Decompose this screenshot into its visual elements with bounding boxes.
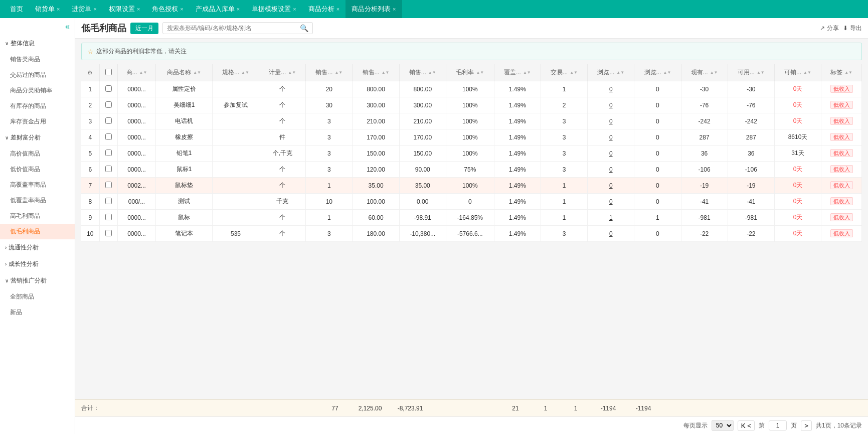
date-filter-button[interactable]: 近一月 <box>130 23 158 34</box>
sort-icon-sale_profit[interactable]: ▲▼ <box>428 70 436 75</box>
view-link-3[interactable]: 0 <box>609 118 613 125</box>
sort-icon-sale_qty[interactable]: ▲▼ <box>334 70 342 75</box>
page-input[interactable] <box>769 420 787 430</box>
nav-item-产成品入库单[interactable]: 产成品入库单 × <box>190 0 246 18</box>
per-page-select[interactable]: 50 <box>712 420 734 431</box>
sidebar-item-0-4[interactable]: 库存资金占用 <box>0 114 75 129</box>
col-header-sale_amount[interactable]: 销售...▲▼ <box>353 64 399 81</box>
next-page-button[interactable]: > <box>801 420 812 431</box>
sort-icon-view2[interactable]: ▲▼ <box>663 70 671 75</box>
sidebar-item-0-1[interactable]: 交易过的商品 <box>0 67 75 83</box>
sort-icon-tag[interactable]: ▲▼ <box>844 70 852 75</box>
cell-view1-row4[interactable]: 0 <box>588 129 634 146</box>
col-header-stock_saleable[interactable]: 可销...▲▼ <box>774 64 821 81</box>
cell-checkbox-row3[interactable] <box>99 113 117 129</box>
cell-view1-row9[interactable]: 1 <box>588 210 634 226</box>
sidebar-item-4-1[interactable]: 新品 <box>0 305 75 320</box>
col-header-tag[interactable]: 标签▲▼ <box>821 64 862 81</box>
cell-view1-row5[interactable]: 0 <box>588 146 634 162</box>
view-link-2[interactable]: 0 <box>609 102 613 109</box>
cell-view1-row1[interactable]: 0 <box>588 81 634 97</box>
cell-view1-row8[interactable]: 0 <box>588 194 634 210</box>
nav-close-icon[interactable]: × <box>93 6 96 12</box>
sidebar-item-1-1[interactable]: 低价值商品 <box>0 162 75 177</box>
col-header-settings[interactable]: ⚙ <box>81 64 99 81</box>
col-header-gross_margin[interactable]: 毛利率▲▼ <box>446 64 494 81</box>
cell-view1-row10[interactable]: 0 <box>588 226 634 242</box>
sidebar-collapse-button[interactable]: « <box>0 18 75 35</box>
cell-checkbox-row5[interactable] <box>99 146 117 162</box>
sort-icon-trade_count[interactable]: ▲▼ <box>570 70 578 75</box>
row-checkbox-2[interactable] <box>105 101 112 108</box>
row-checkbox-4[interactable] <box>105 133 112 140</box>
share-button[interactable]: ↗ 分享 <box>820 24 839 33</box>
sort-icon-code[interactable]: ▲▼ <box>139 70 147 75</box>
row-checkbox-9[interactable] <box>105 214 112 220</box>
view-link-4[interactable]: 0 <box>609 134 613 141</box>
sidebar-item-4-0[interactable]: 全部商品 <box>0 289 75 305</box>
cell-checkbox-row7[interactable] <box>99 178 117 194</box>
sort-icon-unit[interactable]: ▲▼ <box>288 70 296 75</box>
nav-item-权限设置[interactable]: 权限设置 × <box>103 0 146 18</box>
cell-checkbox-row1[interactable] <box>99 81 117 97</box>
sidebar-item-1-0[interactable]: 高价值商品 <box>0 146 75 162</box>
cell-checkbox-row6[interactable] <box>99 162 117 178</box>
sort-icon-spec[interactable]: ▲▼ <box>241 70 249 75</box>
sidebar-item-1-5[interactable]: 低毛利商品 <box>0 224 75 239</box>
sidebar-group-1[interactable]: ∨差财富分析 <box>0 129 75 146</box>
sidebar-item-1-2[interactable]: 高覆盖率商品 <box>0 177 75 193</box>
sort-icon-coverage[interactable]: ▲▼ <box>523 70 531 75</box>
nav-item-首页[interactable]: 首页 <box>4 0 29 18</box>
sidebar-item-1-4[interactable]: 高毛利商品 <box>0 208 75 224</box>
nav-close-icon[interactable]: × <box>137 6 140 12</box>
sort-icon-name[interactable]: ▲▼ <box>193 70 201 75</box>
col-header-view2[interactable]: 浏览...▲▼ <box>634 64 681 81</box>
select-all-checkbox[interactable] <box>105 69 112 75</box>
sort-icon-stock_saleable[interactable]: ▲▼ <box>803 70 811 75</box>
view-link-7[interactable]: 0 <box>609 182 613 189</box>
cell-checkbox-row9[interactable] <box>99 210 117 226</box>
col-header-coverage[interactable]: 覆盖...▲▼ <box>494 64 541 81</box>
col-header-code[interactable]: 商...▲▼ <box>117 64 155 81</box>
sidebar-item-1-3[interactable]: 低覆盖率商品 <box>0 193 75 208</box>
sidebar-group-0[interactable]: ∨整体信息 <box>0 35 75 52</box>
col-header-unit[interactable]: 计量...▲▼ <box>259 64 306 81</box>
cell-view1-row6[interactable]: 0 <box>588 162 634 178</box>
nav-close-icon[interactable]: × <box>180 6 183 12</box>
col-header-sale_qty[interactable]: 销售...▲▼ <box>306 64 353 81</box>
row-checkbox-5[interactable] <box>105 150 112 156</box>
view-link-10[interactable]: 0 <box>609 230 613 237</box>
view-link-1[interactable]: 0 <box>609 86 613 93</box>
nav-item-商品分析列表[interactable]: 商品分析列表 × <box>345 0 402 18</box>
nav-close-icon[interactable]: × <box>57 6 60 12</box>
export-button[interactable]: ⬇ 导出 <box>843 24 862 33</box>
nav-item-商品分析[interactable]: 商品分析 × <box>302 0 345 18</box>
sidebar-group-4[interactable]: ∨营销推广分析 <box>0 272 75 289</box>
nav-close-icon[interactable]: × <box>336 6 339 12</box>
sort-icon-gross_margin[interactable]: ▲▼ <box>476 70 484 75</box>
view-link-5[interactable]: 0 <box>609 150 613 157</box>
col-header-trade_count[interactable]: 交易...▲▼ <box>541 64 587 81</box>
sort-icon-stock_available[interactable]: ▲▼ <box>757 70 765 75</box>
row-checkbox-6[interactable] <box>105 166 112 172</box>
col-header-sale_profit[interactable]: 销售...▲▼ <box>399 64 446 81</box>
nav-item-单据模板设置[interactable]: 单据模板设置 × <box>246 0 302 18</box>
settings-icon[interactable]: ⚙ <box>87 69 93 76</box>
sidebar-item-0-3[interactable]: 有库存的商品 <box>0 98 75 114</box>
sidebar-group-3[interactable]: ›成长性分析 <box>0 256 75 272</box>
nav-item-角色授权[interactable]: 角色授权 × <box>146 0 189 18</box>
col-header-view1[interactable]: 浏览...▲▼ <box>588 64 634 81</box>
cell-checkbox-row4[interactable] <box>99 129 117 146</box>
row-checkbox-7[interactable] <box>105 182 112 188</box>
sidebar-item-0-0[interactable]: 销售类商品 <box>0 52 75 67</box>
search-icon[interactable]: 🔍 <box>300 24 308 32</box>
col-header-stock_current[interactable]: 现有...▲▼ <box>681 64 728 81</box>
prev-page-button[interactable]: K < <box>738 420 755 431</box>
view-link-8[interactable]: 0 <box>609 198 613 205</box>
nav-close-icon[interactable]: × <box>237 6 240 12</box>
row-checkbox-3[interactable] <box>105 117 112 124</box>
nav-close-icon[interactable]: × <box>393 6 396 12</box>
sort-icon-sale_amount[interactable]: ▲▼ <box>382 70 390 75</box>
view-link-9[interactable]: 1 <box>609 214 613 221</box>
cell-checkbox-row8[interactable] <box>99 194 117 210</box>
